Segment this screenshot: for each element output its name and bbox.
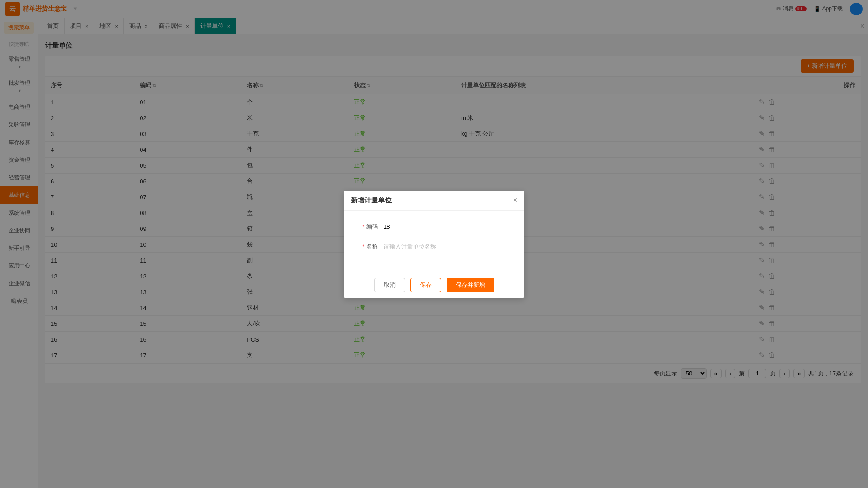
modal-footer: 取消 保存 保存并新增 [344, 272, 524, 298]
code-label: * 编码 [351, 223, 378, 231]
name-label: * 名称 [351, 243, 378, 251]
save-btn[interactable]: 保存 [410, 278, 441, 292]
modal-header: 新增计量单位 × [344, 191, 524, 211]
code-input[interactable] [383, 221, 517, 232]
code-label-text: 编码 [366, 223, 378, 230]
modal-close-btn[interactable]: × [513, 196, 517, 204]
name-input[interactable] [383, 241, 517, 252]
save-and-new-btn[interactable]: 保存并新增 [447, 278, 494, 292]
add-unit-modal: 新增计量单位 × * 编码 * 名称 取消 保存 保存并新增 [344, 191, 524, 298]
modal-body: * 编码 * 名称 [344, 211, 524, 272]
required-mark: * [362, 223, 364, 230]
name-label-text: 名称 [366, 243, 378, 250]
form-row-code: * 编码 [351, 221, 517, 232]
modal-overlay: 新增计量单位 × * 编码 * 名称 取消 保存 保存并新增 [0, 0, 868, 488]
modal-title: 新增计量单位 [351, 196, 392, 205]
cancel-btn[interactable]: 取消 [374, 278, 405, 292]
name-required-mark: * [362, 243, 364, 250]
form-row-name: * 名称 [351, 241, 517, 252]
